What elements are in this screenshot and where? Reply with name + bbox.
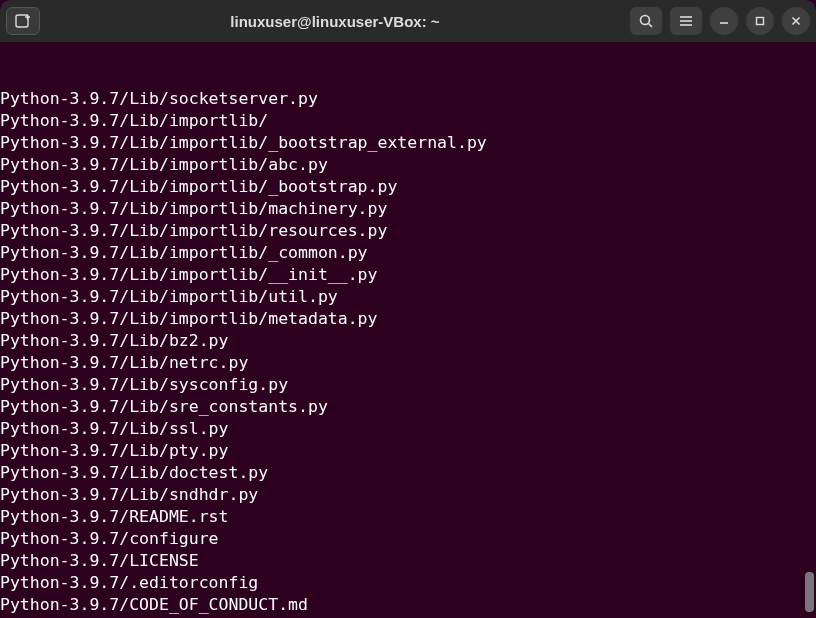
terminal-line: Python-3.9.7/CODE_OF_CONDUCT.md [0, 594, 816, 616]
terminal-line: Python-3.9.7/Lib/pty.py [0, 440, 816, 462]
terminal-line: Python-3.9.7/Lib/importlib/_common.py [0, 242, 816, 264]
svg-point-3 [641, 16, 650, 25]
minimize-button[interactable] [710, 7, 738, 35]
terminal-line: Python-3.9.7/configure [0, 528, 816, 550]
terminal-line: Python-3.9.7/Lib/sysconfig.py [0, 374, 816, 396]
close-button[interactable] [782, 7, 810, 35]
search-icon [638, 13, 654, 29]
titlebar: linuxuser@linuxuser-VBox: ~ [0, 0, 816, 42]
terminal-line: Python-3.9.7/Lib/importlib/util.py [0, 286, 816, 308]
terminal-area[interactable]: Python-3.9.7/Lib/socketserver.pyPython-3… [0, 42, 816, 618]
search-button[interactable] [630, 7, 662, 35]
close-icon [790, 15, 802, 27]
terminal-line: Python-3.9.7/Lib/socketserver.py [0, 88, 816, 110]
terminal-line: Python-3.9.7/.editorconfig [0, 572, 816, 594]
terminal-line: Python-3.9.7/Lib/sndhdr.py [0, 484, 816, 506]
svg-line-4 [649, 24, 653, 28]
hamburger-icon [678, 13, 694, 29]
terminal-line: Python-3.9.7/Lib/importlib/ [0, 110, 816, 132]
maximize-button[interactable] [746, 7, 774, 35]
terminal-line: Python-3.9.7/LICENSE [0, 550, 816, 572]
terminal-line: Python-3.9.7/Lib/importlib/abc.py [0, 154, 816, 176]
window-controls [630, 7, 810, 35]
new-tab-button[interactable] [6, 7, 40, 35]
new-tab-icon [14, 12, 32, 30]
terminal-line: Python-3.9.7/Lib/importlib/_bootstrap.py [0, 176, 816, 198]
menu-button[interactable] [670, 7, 702, 35]
terminal-line: Python-3.9.7/Lib/sre_constants.py [0, 396, 816, 418]
terminal-line: Python-3.9.7/Lib/netrc.py [0, 352, 816, 374]
terminal-line: Python-3.9.7/README.rst [0, 506, 816, 528]
terminal-line: Python-3.9.7/Lib/importlib/machinery.py [0, 198, 816, 220]
terminal-line: Python-3.9.7/Lib/importlib/__init__.py [0, 264, 816, 286]
scrollbar-thumb[interactable] [805, 572, 814, 612]
terminal-line: Python-3.9.7/Lib/importlib/_bootstrap_ex… [0, 132, 816, 154]
terminal-line: Python-3.9.7/Lib/importlib/metadata.py [0, 308, 816, 330]
terminal-line: Python-3.9.7/Lib/doctest.py [0, 462, 816, 484]
terminal-line: Python-3.9.7/Lib/bz2.py [0, 330, 816, 352]
terminal-line: Python-3.9.7/Lib/importlib/resources.py [0, 220, 816, 242]
maximize-icon [754, 15, 766, 27]
svg-rect-9 [757, 18, 764, 25]
terminal-line: Python-3.9.7/Lib/ssl.py [0, 418, 816, 440]
terminal-output: Python-3.9.7/Lib/socketserver.pyPython-3… [0, 88, 816, 618]
window-title: linuxuser@linuxuser-VBox: ~ [40, 13, 630, 30]
minimize-icon [718, 15, 730, 27]
